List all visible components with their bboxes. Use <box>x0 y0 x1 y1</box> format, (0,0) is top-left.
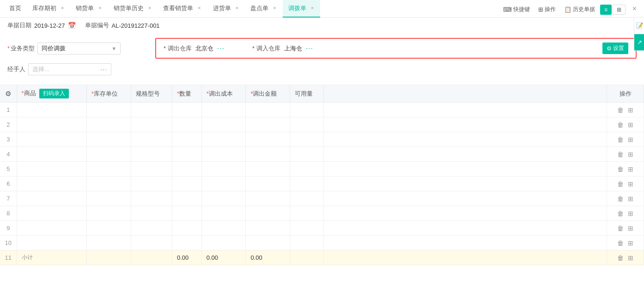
goods-cell-6[interactable] <box>17 177 87 191</box>
calendar-icon[interactable]: 📅 <box>68 22 76 29</box>
cost-cell-5[interactable] <box>201 162 246 177</box>
goods-cell-9[interactable] <box>17 221 87 236</box>
goods-cell-3[interactable] <box>17 132 87 147</box>
goods-cell-4[interactable] <box>17 147 87 162</box>
cost-cell-6[interactable] <box>201 177 246 191</box>
tab-sales-history[interactable]: 销货单历史 × <box>108 0 158 18</box>
qty-cell-4[interactable] <box>172 147 202 162</box>
window-close-button[interactable]: × <box>629 3 640 15</box>
copy-icon-8[interactable]: ⊞ <box>628 210 633 217</box>
delete-icon-7[interactable]: 🗑 <box>617 195 624 202</box>
qty-cell-6[interactable] <box>172 177 202 191</box>
copy-icon-5[interactable]: ⊞ <box>628 165 633 173</box>
cost-cell-1[interactable] <box>201 103 246 117</box>
goods-cell-5[interactable] <box>17 162 87 177</box>
amount-cell-1[interactable] <box>246 103 290 117</box>
grid-view-button[interactable]: ⊞ <box>613 5 626 15</box>
actions-cell-7: 🗑 ⊞ <box>607 191 644 206</box>
table-settings-icon[interactable]: ⚙ <box>5 90 11 98</box>
qty-cell-9[interactable] <box>172 221 202 236</box>
cost-cell-10[interactable] <box>201 236 246 250</box>
qty-cell-7[interactable] <box>172 191 202 206</box>
tab-transfer[interactable]: 调拨单 × <box>283 0 320 18</box>
delete-icon-9[interactable]: 🗑 <box>617 225 624 232</box>
cost-cell-8[interactable] <box>201 206 246 221</box>
tab-sales-history-close[interactable]: × <box>147 5 152 11</box>
sidebar-note-icon[interactable]: 📝 <box>634 18 644 34</box>
copy-icon-2[interactable]: ⊞ <box>628 121 633 128</box>
copy-icon-11[interactable]: ⊞ <box>628 254 633 262</box>
copy-icon-10[interactable]: ⊞ <box>628 239 633 247</box>
copy-icon-4[interactable]: ⊞ <box>628 151 633 158</box>
qty-cell-5[interactable] <box>172 162 202 177</box>
delete-icon-4[interactable]: 🗑 <box>617 151 624 158</box>
warehouse-in-more[interactable]: ··· <box>306 44 313 53</box>
amount-cell-7[interactable] <box>246 191 290 206</box>
list-view-button[interactable]: ≡ <box>600 5 612 15</box>
col-qty-header: *数量 <box>172 85 202 103</box>
cost-cell-2[interactable] <box>201 117 246 132</box>
unit-cell-7 <box>87 191 131 206</box>
cost-cell-3[interactable] <box>201 132 246 147</box>
handler-select[interactable]: 选择... ··· <box>28 63 111 75</box>
copy-icon-9[interactable]: ⊞ <box>628 225 633 232</box>
qty-cell-1[interactable] <box>172 103 202 117</box>
goods-cell-7[interactable] <box>17 191 87 206</box>
goods-cell-2[interactable] <box>17 117 87 132</box>
operate-button[interactable]: ⊞ 操作 <box>535 4 559 15</box>
amount-cell-5[interactable] <box>246 162 290 177</box>
delete-icon-8[interactable]: 🗑 <box>617 210 624 217</box>
tab-view-sales[interactable]: 查看销货单 × <box>158 0 207 18</box>
delete-icon-10[interactable]: 🗑 <box>617 239 624 247</box>
cost-cell-4[interactable] <box>201 147 246 162</box>
delete-icon-6[interactable]: 🗑 <box>617 180 624 188</box>
spec-cell-7 <box>131 191 172 206</box>
history-button[interactable]: 📋 历史单据 <box>561 4 598 15</box>
shortcut-button[interactable]: ⌨ 快捷键 <box>500 4 533 15</box>
amount-cell-9[interactable] <box>246 221 290 236</box>
tab-sales-close[interactable]: × <box>97 5 102 11</box>
goods-cell-8[interactable] <box>17 206 87 221</box>
tab-stocktake-label: 盘点单 <box>250 4 268 12</box>
sidebar-expand-icon[interactable]: ↗ <box>634 34 644 51</box>
tab-transfer-close[interactable]: × <box>310 5 315 11</box>
qty-cell-10[interactable] <box>172 236 202 250</box>
biz-type-select[interactable]: 同价调拨 ▼ <box>37 43 121 55</box>
delete-icon-11[interactable]: 🗑 <box>617 254 624 262</box>
qty-cell-8[interactable] <box>172 206 202 221</box>
amount-cell-10[interactable] <box>246 236 290 250</box>
amount-cell-4[interactable] <box>246 147 290 162</box>
scan-button[interactable]: 扫码录入 <box>39 89 69 98</box>
qty-cell-3[interactable] <box>172 132 202 147</box>
tab-purchase-close[interactable]: × <box>235 5 239 11</box>
copy-icon-7[interactable]: ⊞ <box>628 195 633 202</box>
delete-icon-1[interactable]: 🗑 <box>617 106 624 114</box>
settings-button[interactable]: ⚙ 设置 <box>602 43 628 54</box>
goods-cell-10[interactable] <box>17 236 87 250</box>
goods-cell-1[interactable] <box>17 103 87 117</box>
qty-cell-2[interactable] <box>172 117 202 132</box>
tab-view-sales-close[interactable]: × <box>197 5 201 11</box>
warehouse-out-more[interactable]: ··· <box>217 44 225 53</box>
tab-inventory-init-close[interactable]: × <box>60 5 65 11</box>
tab-inventory-init[interactable]: 库存期初 × <box>27 0 70 18</box>
tab-stocktake[interactable]: 盘点单 × <box>245 0 282 18</box>
warehouse-out-value: 北京仓 <box>195 44 213 53</box>
copy-icon-1[interactable]: ⊞ <box>628 106 633 114</box>
cost-cell-7[interactable] <box>201 191 246 206</box>
amount-cell-8[interactable] <box>246 206 290 221</box>
tab-sales[interactable]: 销货单 × <box>70 0 108 18</box>
amount-cell-2[interactable] <box>246 117 290 132</box>
delete-icon-3[interactable]: 🗑 <box>617 136 624 143</box>
tab-stocktake-close[interactable]: × <box>272 5 277 11</box>
delete-icon-5[interactable]: 🗑 <box>617 165 624 173</box>
tab-purchase[interactable]: 进货单 × <box>207 0 245 18</box>
copy-icon-6[interactable]: ⊞ <box>628 180 633 188</box>
copy-icon-3[interactable]: ⊞ <box>628 136 633 143</box>
amount-cell-3[interactable] <box>246 132 290 147</box>
amount-cell-6[interactable] <box>246 177 290 191</box>
tab-home[interactable]: 首页 <box>4 0 27 18</box>
delete-icon-2[interactable]: 🗑 <box>617 121 624 128</box>
handler-more-icon[interactable]: ··· <box>100 66 107 73</box>
cost-cell-9[interactable] <box>201 221 246 236</box>
